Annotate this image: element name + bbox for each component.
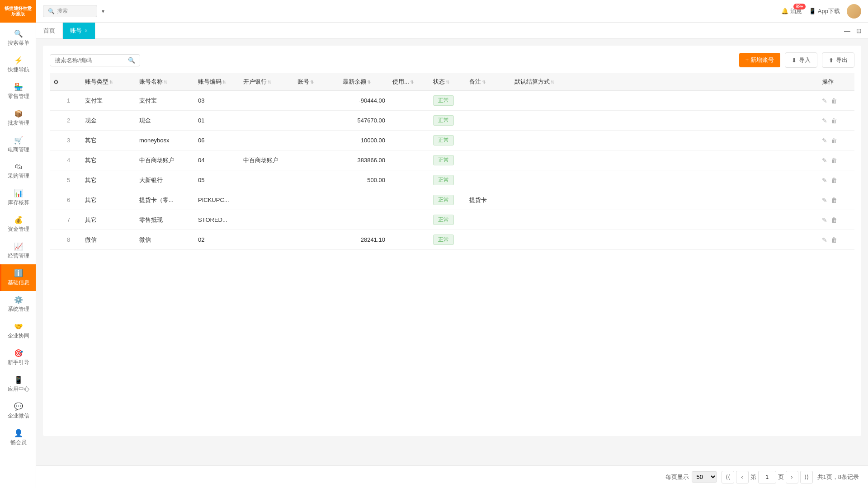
edit-icon[interactable]: ✎ xyxy=(822,197,827,204)
col-use-header[interactable]: 使用...⇅ xyxy=(389,73,429,91)
col-bank-label: 开户银行 xyxy=(243,78,267,85)
col-status-header[interactable]: 状态⇅ xyxy=(429,73,466,91)
sidebar: 畅捷通好生意乐雁版 🔍 搜索菜单 ⚡ 快捷导航 🏪 零售管理 📦 批发管理 🛒 … xyxy=(0,0,36,488)
col-bank-header[interactable]: 开户银行⇅ xyxy=(240,73,294,91)
last-page-button[interactable]: ⟩⟩ xyxy=(800,471,813,483)
status-badge: 正常 xyxy=(433,235,454,245)
edit-icon[interactable]: ✎ xyxy=(822,137,827,144)
bell-icon: 🔔 xyxy=(781,8,788,14)
sidebar-item-enterprise-wechat[interactable]: 💬 企业微信 xyxy=(0,398,36,424)
first-page-button[interactable]: ⟨⟨ xyxy=(722,471,734,483)
row-account xyxy=(294,210,339,230)
row-num: 8 xyxy=(63,230,81,250)
prev-page-button[interactable]: ‹ xyxy=(736,471,749,483)
sidebar-item-new-guide[interactable]: 🎯 新手引导 xyxy=(0,344,36,371)
col-balance-header[interactable]: 最新余额⇅ xyxy=(339,73,389,91)
col-remark-header[interactable]: 备注⇅ xyxy=(466,73,511,91)
col-action-header: 操作 xyxy=(818,73,854,91)
row-use xyxy=(389,230,429,250)
delete-icon[interactable]: 🗑 xyxy=(831,216,837,224)
sidebar-item-finance-mgmt[interactable]: 💰 资金管理 xyxy=(0,211,36,238)
sidebar-item-retail-mgmt[interactable]: 🏪 零售管理 xyxy=(0,78,36,105)
row-default xyxy=(511,111,818,131)
edit-icon[interactable]: ✎ xyxy=(822,216,827,224)
col-settings-header[interactable]: ⚙ xyxy=(50,73,63,91)
import-button[interactable]: ⬇ 导入 xyxy=(785,52,817,68)
row-actions: ✎ 🗑 xyxy=(818,230,854,250)
search-input[interactable] xyxy=(55,57,126,64)
edit-icon[interactable]: ✎ xyxy=(822,157,827,164)
sidebar-item-ecommerce-mgmt[interactable]: 🛒 电商管理 xyxy=(0,131,36,158)
col-account-header[interactable]: 账号⇅ xyxy=(294,73,339,91)
import-label: 导入 xyxy=(799,56,811,64)
pagination-bar: 每页显示 50 20 100 ⟨⟨ ‹ 第 页 › ⟩⟩ 共1页，8条记录 xyxy=(36,465,868,488)
edit-icon[interactable]: ✎ xyxy=(822,236,827,244)
user-avatar[interactable] xyxy=(847,4,861,19)
add-account-label: + 新增账号 xyxy=(745,56,774,64)
col-code-header[interactable]: 账号编码⇅ xyxy=(194,73,240,91)
row-bank xyxy=(240,111,294,131)
tab-maximize-button[interactable]: ⊡ xyxy=(854,25,863,36)
sidebar-item-wholesale-mgmt[interactable]: 📦 批发管理 xyxy=(0,105,36,131)
row-code: 02 xyxy=(194,230,240,250)
row-type: 微信 xyxy=(81,230,136,250)
delete-icon[interactable]: 🗑 xyxy=(831,97,837,104)
chevron-down-icon: ▾ xyxy=(102,8,104,14)
tab-account[interactable]: 账号 × xyxy=(63,23,95,39)
delete-icon[interactable]: 🗑 xyxy=(831,236,837,244)
export-button[interactable]: ⬆ 导出 xyxy=(822,52,854,68)
row-settings xyxy=(50,190,63,210)
row-settings xyxy=(50,230,63,250)
sidebar-item-app-center[interactable]: 📱 应用中心 xyxy=(0,371,36,398)
sidebar-item-members[interactable]: 👤 畅会员 xyxy=(0,424,36,451)
export-label: 导出 xyxy=(836,56,848,64)
tab-minimize-button[interactable]: — xyxy=(842,25,852,36)
row-use xyxy=(389,170,429,190)
sidebar-item-operation-mgmt[interactable]: 📈 经营管理 xyxy=(0,238,36,264)
col-remark-label: 备注 xyxy=(469,78,481,85)
col-name-header[interactable]: 账号名称⇅ xyxy=(136,73,194,91)
delete-icon[interactable]: 🗑 xyxy=(831,197,837,204)
row-status: 正常 xyxy=(429,190,466,210)
row-balance: 547670.00 xyxy=(339,111,389,131)
edit-icon[interactable]: ✎ xyxy=(822,97,827,104)
col-default-header[interactable]: 默认结算方式⇅ xyxy=(511,73,818,91)
tab-home[interactable]: 首页 xyxy=(36,23,63,39)
sidebar-item-system-mgmt[interactable]: ⚙️ 系统管理 xyxy=(0,291,36,318)
sidebar-item-quick-nav[interactable]: ⚡ 快捷导航 xyxy=(0,52,36,78)
row-name: moneybosx xyxy=(136,131,194,150)
delete-icon[interactable]: 🗑 xyxy=(831,157,837,164)
row-account xyxy=(294,170,339,190)
edit-icon[interactable]: ✎ xyxy=(822,117,827,124)
delete-icon[interactable]: 🗑 xyxy=(831,117,837,124)
per-page-select[interactable]: 50 20 100 xyxy=(692,471,717,483)
basic-info-icon: ℹ️ xyxy=(14,269,23,277)
page-input[interactable] xyxy=(758,471,776,483)
add-account-button[interactable]: + 新增账号 xyxy=(739,53,780,67)
row-default xyxy=(511,170,818,190)
tab-close-icon[interactable]: × xyxy=(85,28,88,34)
header-search-box[interactable]: 🔍 搜索 xyxy=(43,5,97,17)
col-type-header[interactable]: 账号类型⇅ xyxy=(81,73,136,91)
sidebar-item-purchase-mgmt[interactable]: 🛍 采购管理 xyxy=(0,158,36,184)
app-download-button[interactable]: 📱 App下载 xyxy=(809,7,840,15)
delete-icon[interactable]: 🗑 xyxy=(831,177,837,184)
sidebar-item-enterprise-agreement[interactable]: 🤝 企业协同 xyxy=(0,318,36,344)
row-bank xyxy=(240,170,294,190)
edit-icon[interactable]: ✎ xyxy=(822,177,827,184)
sidebar-item-basic-info[interactable]: ℹ️ 基础信息 xyxy=(0,264,36,291)
sidebar-item-inventory[interactable]: 📊 库存核算 xyxy=(0,184,36,211)
sidebar-item-label: 零售管理 xyxy=(8,93,29,100)
search-wrap[interactable]: 🔍 xyxy=(50,54,140,66)
row-status: 正常 xyxy=(429,170,466,190)
header-left: 🔍 搜索 ▾ xyxy=(43,5,104,17)
delete-icon[interactable]: 🗑 xyxy=(831,137,837,144)
row-status: 正常 xyxy=(429,91,466,111)
row-name: 支付宝 xyxy=(136,91,194,111)
header-dropdown[interactable]: ▾ xyxy=(102,8,104,14)
next-page-button[interactable]: › xyxy=(786,471,798,483)
messages-button[interactable]: 🔔 消息 99+ xyxy=(781,7,802,15)
sidebar-item-search-menu[interactable]: 🔍 搜索菜单 xyxy=(0,25,36,52)
row-use xyxy=(389,131,429,150)
col-account-label: 账号 xyxy=(297,78,309,85)
